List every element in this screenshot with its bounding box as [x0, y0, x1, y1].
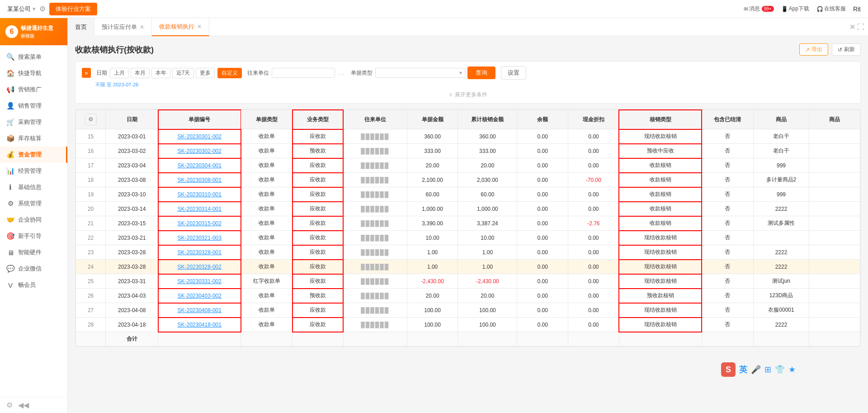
table-row: 242023-03-28SK-20230328-002收款单应收款██████1… — [76, 260, 860, 274]
cell-bill_no[interactable]: SK-20230304-001 — [158, 158, 241, 173]
table-row: 162023-03-02SK-20230302-002收款单预收款██████3… — [76, 144, 860, 158]
cell-bill_no[interactable]: SK-20230328-001 — [158, 245, 241, 260]
refresh-button[interactable]: ↺ 刷新 — [832, 43, 861, 56]
sidebar-item-enterprise[interactable]: 🤝 企业协同 — [0, 212, 67, 228]
footer-cell-include_settled — [702, 332, 753, 347]
sidebar-item-purchase[interactable]: 🛒 采购管理 — [0, 114, 67, 130]
sidebar-item-operations[interactable]: 📊 经营管理 — [0, 163, 67, 179]
tab-close-all[interactable]: ✕ — [849, 23, 855, 31]
cell-writeoff_amount: 2,030.00 — [458, 173, 517, 187]
cell-include_settled: 否 — [702, 187, 753, 202]
sidebar-item-finance[interactable]: 💰 资金管理 — [0, 147, 67, 163]
sidebar-item-guide[interactable]: 🎯 新手引导 — [0, 228, 67, 244]
col-header-bill_type: 单据类型 — [241, 110, 292, 129]
bill-link[interactable]: SK-20230331-002 — [178, 278, 222, 285]
main-layout: 6 畅捷通好生意 标推版 🔍 搜索菜单 🏠 快捷导航 📢 营销推广 👤 销售管理… — [0, 18, 868, 413]
cell-partner: ██████ — [343, 173, 407, 187]
sidebar-item-inventory[interactable]: 📦 库存核算 — [0, 130, 67, 147]
partner-input[interactable] — [272, 68, 335, 78]
expand-more-button[interactable]: ∨ 展开更多条件 — [448, 91, 487, 98]
online-service-button[interactable]: 🎧 在线客服 — [816, 5, 846, 13]
bill-link[interactable]: SK-20230308-001 — [178, 177, 222, 183]
cell-bill_no[interactable]: SK-20230331-002 — [158, 274, 241, 289]
bill-link[interactable]: SK-20230301-002 — [178, 133, 222, 140]
cell-bill_no[interactable]: SK-20230308-001 — [158, 173, 241, 187]
cell-bill_no[interactable]: SK-20230315-002 — [158, 216, 241, 231]
date-option-btn[interactable]: 近7天 — [172, 68, 194, 78]
cell-amount: 100.00 — [407, 318, 458, 332]
date-option-btn[interactable]: 本月 — [131, 68, 150, 78]
messages-button[interactable]: ✉ 消息 99+ — [744, 5, 774, 13]
industry-solution-button[interactable]: 体验行业方案 — [49, 3, 97, 15]
brand-star-icon: ★ — [788, 365, 796, 375]
bill-link[interactable]: SK-20230302-002 — [178, 148, 222, 154]
user-name[interactable]: Rit — [853, 5, 861, 13]
cell-bill_no[interactable]: SK-20230314-001 — [158, 202, 241, 216]
cell-include_settled: 否 — [702, 274, 753, 289]
date-option-btn[interactable]: 上月 — [110, 68, 129, 78]
sidebar-item-marketing[interactable]: 📢 营销推广 — [0, 81, 67, 98]
settings-icon[interactable]: ⚙ — [39, 5, 46, 13]
page-actions: ↗ 导出 ↺ 刷新 — [799, 43, 861, 56]
cell-writeoff_amount: 20.00 — [458, 289, 517, 303]
cell-product2 — [809, 158, 860, 173]
sidebar-item-sales[interactable]: 👤 销售管理 — [0, 98, 67, 114]
filter-receipt-type-group: 单据类型 ▾ — [351, 68, 462, 78]
cell-bill_no[interactable]: SK-20230301-002 — [158, 129, 241, 144]
tab-maximize[interactable]: ⛶ — [857, 23, 864, 31]
sidebar-item-basic[interactable]: ℹ 基础信息 — [0, 179, 67, 195]
cell-partner: ██████ — [343, 129, 407, 144]
bill-link[interactable]: SK-20230310-001 — [178, 191, 222, 198]
cell-balance: 0.00 — [517, 303, 568, 318]
bill-link[interactable]: SK-20230321-003 — [178, 235, 222, 241]
sidebar-item-member[interactable]: V 畅会员 — [0, 277, 67, 293]
bill-link[interactable]: SK-20230328-001 — [178, 249, 222, 256]
cell-bill_no[interactable]: SK-20230328-002 — [158, 260, 241, 274]
tab-collection[interactable]: 收款核销执行✕ — [152, 18, 209, 36]
cell-bill_no[interactable]: SK-20230408-001 — [158, 303, 241, 318]
tab-receivable[interactable]: 预计应应付单✕ — [94, 18, 152, 36]
cell-cash_discount: -2.76 — [568, 216, 619, 231]
cell-balance: 0.00 — [517, 260, 568, 274]
date-option-btn[interactable]: 更多 — [196, 68, 215, 78]
table-row: 192023-03-10SK-20230310-001收款单应收款██████6… — [76, 187, 860, 202]
bill-link[interactable]: SK-20230328-002 — [178, 264, 222, 270]
tab-close-receivable[interactable]: ✕ — [140, 24, 144, 30]
sidebar-item-hardware[interactable]: 🖥 智能硬件 — [0, 244, 67, 261]
company-dropdown[interactable]: 某某公司 ▾ — [7, 5, 36, 13]
custom-date-btn[interactable]: 自定义 — [217, 68, 242, 78]
bill-link[interactable]: SK-20230408-001 — [178, 307, 222, 313]
sidebar-settings-icon[interactable]: ⚙ — [6, 401, 13, 409]
bill-link[interactable]: SK-20230418-001 — [178, 322, 222, 328]
cell-bill_no[interactable]: SK-20230302-002 — [158, 144, 241, 158]
tab-home[interactable]: 首页 — [68, 18, 94, 36]
app-download-button[interactable]: 📱 App下载 — [781, 5, 809, 13]
cell-writeoff_type: 现结收款核销 — [619, 318, 702, 332]
bill-link[interactable]: SK-20230314-001 — [178, 206, 222, 212]
receipt-type-dropdown-icon: ▾ — [459, 70, 462, 76]
cell-bill_no[interactable]: SK-20230418-001 — [158, 318, 241, 332]
cell-cash_discount: 0.00 — [568, 260, 619, 274]
cell-bill_no[interactable]: SK-20230321-003 — [158, 231, 241, 245]
filter-expand-arrow[interactable]: » — [82, 68, 91, 78]
cell-cash_discount: 0.00 — [568, 129, 619, 144]
sidebar-collapse-icon[interactable]: ◀◀ — [18, 401, 29, 409]
query-button[interactable]: 查询 — [467, 66, 495, 79]
sidebar-item-quicknav[interactable]: 🏠 快捷导航 — [0, 65, 67, 81]
settings-button[interactable]: 设置 — [501, 66, 526, 80]
cell-bill_no[interactable]: SK-20230403-002 — [158, 289, 241, 303]
tab-close-collection[interactable]: ✕ — [197, 24, 202, 30]
bill-link[interactable]: SK-20230304-001 — [178, 162, 222, 169]
bill-link[interactable]: SK-20230315-002 — [178, 220, 222, 227]
receipt-type-select[interactable] — [375, 68, 466, 78]
cell-bill_no[interactable]: SK-20230310-001 — [158, 187, 241, 202]
date-option-btn[interactable]: 本年 — [151, 68, 170, 78]
sidebar-item-search[interactable]: 🔍 搜索菜单 — [0, 49, 67, 65]
export-button[interactable]: ↗ 导出 — [799, 43, 828, 56]
sidebar-item-system[interactable]: ⚙ 系统管理 — [0, 195, 67, 212]
table-body: 152023-03-01SK-20230301-002收款单应收款██████3… — [76, 129, 860, 332]
bill-link[interactable]: SK-20230403-002 — [178, 293, 222, 299]
table-gear-icon[interactable]: ⚙ — [85, 114, 97, 125]
footer-cell-date: 合计 — [106, 332, 158, 347]
sidebar-item-wechat[interactable]: 💬 企业微信 — [0, 261, 67, 277]
